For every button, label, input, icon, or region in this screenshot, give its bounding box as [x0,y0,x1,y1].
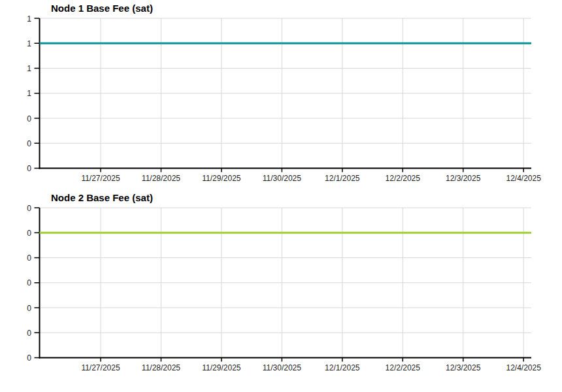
x-tick-label: 11/30/2025 [263,174,301,183]
dashboard-page: Node 1 Base Fee (sat) 11/27/202511/28/20… [0,0,562,392]
y-tick-label: 0 [27,139,31,148]
x-tick-label: 12/4/2025 [506,174,541,183]
x-tick-label: 11/29/2025 [202,174,240,183]
y-tick-label: 0 [27,278,31,287]
x-tick-label: 12/1/2025 [325,363,360,372]
chart-node1-base-fee: Node 1 Base Fee (sat) 11/27/202511/28/20… [0,0,562,189]
y-tick-label: 0 [27,229,31,238]
y-tick-label: 0 [27,304,31,313]
y-tick-label: 1 [27,39,31,48]
x-tick-label: 12/2/2025 [386,174,421,183]
chart-node2-base-fee: Node 2 Base Fee (sat) 11/27/202511/28/20… [0,189,562,392]
x-tick-label: 12/1/2025 [325,174,360,183]
y-tick-label: 0 [27,253,31,263]
y-tick-label: 0 [27,353,31,363]
x-tick-label: 11/27/2025 [81,174,120,183]
x-tick-label: 11/29/2025 [202,363,240,372]
node1-base-fee-line-chart: 11/27/202511/28/202511/29/202511/30/2025… [0,0,562,189]
y-tick-label: 1 [27,89,31,98]
x-tick-label: 12/4/2025 [506,363,541,372]
x-tick-label: 11/30/2025 [263,363,301,372]
x-tick-label: 12/3/2025 [446,363,481,372]
y-tick-label: 0 [27,114,31,123]
y-tick-label: 0 [27,164,31,173]
x-tick-label: 12/3/2025 [446,174,481,183]
x-tick-label: 11/27/2025 [81,363,120,372]
node2-base-fee-line-chart: 11/27/202511/28/202511/29/202511/30/2025… [0,189,562,392]
x-tick-label: 12/2/2025 [386,363,421,372]
y-tick-label: 0 [27,204,31,213]
y-tick-label: 0 [27,329,31,338]
x-tick-label: 11/28/2025 [142,174,180,183]
x-tick-label: 11/28/2025 [142,363,180,372]
y-tick-label: 1 [27,64,31,73]
y-tick-label: 1 [27,14,31,24]
